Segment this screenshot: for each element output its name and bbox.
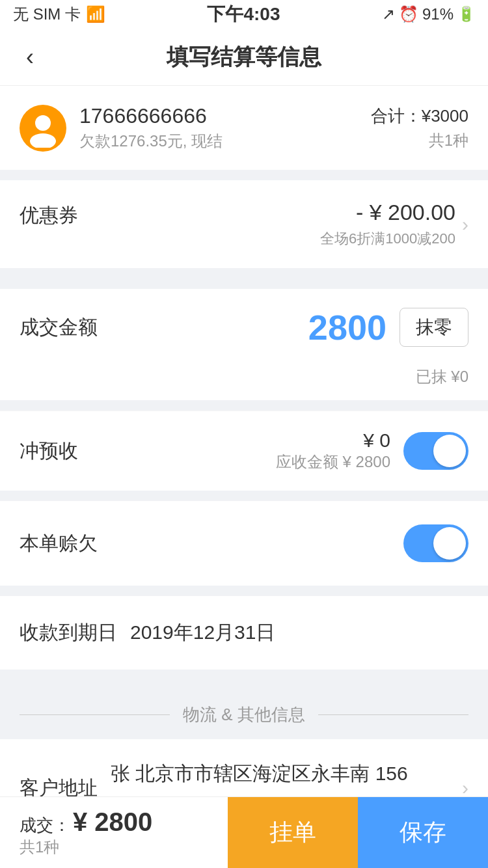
toggle-knob [433, 435, 466, 467]
coupon-value-block: - ¥ 200.00 全场6折满1000减200 [320, 200, 455, 249]
divider-1 [0, 278, 488, 289]
amount-right: 2800 抹零 [308, 307, 468, 347]
svg-point-1 [30, 133, 56, 148]
total-label: 合计：¥3000 [371, 105, 468, 128]
customer-total: 合计：¥3000 共1种 [371, 105, 468, 151]
save-button-label: 保存 [400, 817, 446, 848]
prepay-toggle[interactable] [403, 432, 468, 470]
duedate-value: 2019年12月31日 [130, 619, 275, 646]
amount-sub: 已抹 ¥0 [416, 368, 468, 385]
amount-label: 成交金额 [20, 314, 98, 341]
line-left [20, 714, 170, 715]
logistics-header: 物流 & 其他信息 [0, 690, 488, 739]
prepay-amount: ¥ 0 应收金额 ¥ 2800 [276, 429, 390, 472]
total-count: 共1种 [371, 130, 468, 151]
back-button[interactable]: ‹ [20, 37, 40, 77]
hold-button[interactable]: 挂单 [228, 797, 358, 869]
customer-phone: 17666666666 [79, 104, 223, 128]
wifi-icon: 📶 [86, 5, 105, 23]
duedate-row: 收款到期日 2019年12月31日 [0, 596, 488, 670]
round-button[interactable]: 抹零 [400, 308, 468, 347]
debt-toggle[interactable] [403, 524, 468, 562]
bottom-amount: ¥ 2800 [73, 807, 152, 837]
bottom-deal-label: 成交： [20, 814, 70, 837]
status-time: 下午4:03 [207, 2, 280, 27]
prepay-value: ¥ 0 [276, 429, 390, 452]
amount-row: 成交金额 2800 抹零 [0, 289, 488, 366]
customer-info-left: 17666666666 欠款1276.35元, 现结 [20, 104, 223, 152]
alarm-icon: ⏰ [399, 5, 418, 23]
status-left: 无 SIM 卡 📶 [13, 4, 105, 25]
page-title: 填写结算等信息 [167, 42, 321, 72]
debt-label: 本单赊欠 [20, 530, 98, 557]
debt-row: 本单赊欠 [0, 501, 488, 586]
battery-icon: 🔋 [457, 6, 475, 23]
status-right: ↗ ⏰ 91% 🔋 [382, 5, 475, 23]
logistics-title: 物流 & 其他信息 [183, 703, 305, 726]
amount-value: 2800 [308, 307, 386, 347]
prepay-right: ¥ 0 应收金额 ¥ 2800 [276, 429, 468, 472]
bottom-count: 共1种 [20, 837, 208, 858]
battery-text: 91% [422, 5, 454, 23]
coupon-discount: - ¥ 200.00 [320, 200, 455, 225]
coupon-desc: 全场6折满1000减200 [320, 229, 455, 249]
nav-bar: ‹ 填写结算等信息 [0, 29, 488, 86]
line-right [318, 714, 468, 715]
avatar [20, 105, 66, 152]
prepay-row: 冲预收 ¥ 0 应收金额 ¥ 2800 [0, 411, 488, 491]
hold-button-label: 挂单 [269, 817, 316, 848]
save-button[interactable]: 保存 [358, 797, 488, 869]
coupon-right: - ¥ 200.00 全场6折满1000减200 › [320, 200, 468, 249]
coupon-chevron: › [462, 213, 468, 236]
duedate-label: 收款到期日 [20, 619, 117, 646]
address-chevron: › [462, 777, 468, 799]
svg-point-0 [35, 115, 51, 131]
prepay-sub: 应收金额 ¥ 2800 [276, 452, 390, 472]
coupon-row[interactable]: 优惠券 - ¥ 200.00 全场6折满1000减200 › [0, 180, 488, 268]
toggle-knob-2 [433, 527, 466, 560]
status-bar: 无 SIM 卡 📶 下午4:03 ↗ ⏰ 91% 🔋 [0, 0, 488, 29]
bottom-summary: 成交： ¥ 2800 共1种 [0, 807, 228, 858]
bottom-bar: 成交： ¥ 2800 共1种 挂单 保存 [0, 796, 488, 868]
coupon-label: 优惠券 [20, 200, 78, 229]
divider-3 [0, 680, 488, 690]
prepay-label: 冲预收 [20, 438, 78, 465]
bottom-deal-row: 成交： ¥ 2800 [20, 807, 208, 837]
customer-details: 17666666666 欠款1276.35元, 现结 [79, 104, 223, 152]
location-icon: ↗ [382, 5, 395, 23]
sim-text: 无 SIM 卡 [13, 4, 81, 25]
amount-section: 成交金额 2800 抹零 已抹 ¥0 [0, 289, 488, 400]
customer-card: 17666666666 欠款1276.35元, 现结 合计：¥3000 共1种 [0, 86, 488, 170]
divider-2 [0, 491, 488, 501]
customer-sub: 欠款1276.35元, 现结 [79, 131, 223, 152]
